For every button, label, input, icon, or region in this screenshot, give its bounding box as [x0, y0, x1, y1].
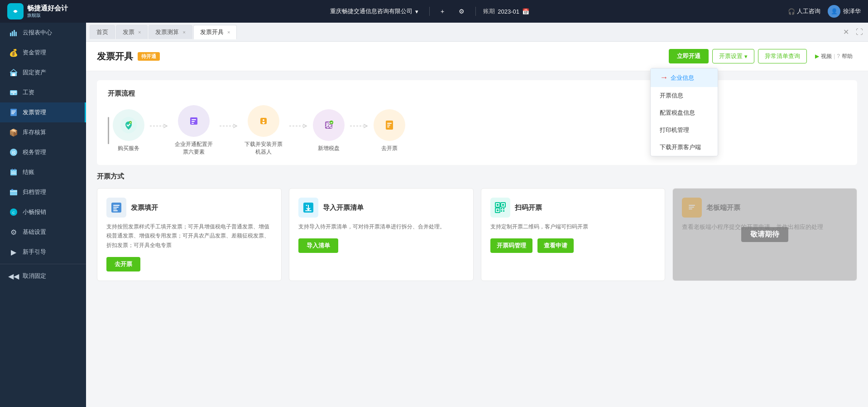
- svg-rect-4: [14, 30, 15, 36]
- sidebar-item-gongzi[interactable]: 工资: [0, 82, 86, 102]
- sidebar-label-xiaochang: 小畅报销: [23, 208, 46, 216]
- sidebar-label-quxiao: 取消固定: [23, 272, 46, 280]
- methods-section-title: 开票方式: [97, 172, 857, 181]
- logo-text: 畅捷通好会计: [27, 4, 68, 12]
- support-button[interactable]: 🎧 人工咨询: [788, 7, 820, 15]
- dropdown-label-printer: 打印机管理: [660, 126, 689, 133]
- sidebar-item-fapiao[interactable]: 发票管理: [0, 102, 86, 122]
- xinshou-icon: ▶: [9, 247, 18, 257]
- disabled-badge: 敬请期待: [741, 227, 788, 242]
- svg-rect-20: [11, 172, 16, 172]
- dropdown-item-company[interactable]: → 企业信息: [651, 68, 718, 87]
- sidebar-item-guidang[interactable]: 归档管理: [0, 182, 86, 202]
- app-container: 畅捷通好会计 旗舰版 重庆畅捷交通信息咨询有限公司 ▾ + ⚙ 账期 2023-…: [0, 0, 868, 407]
- tab-invoice-calc-label: 发票测算: [155, 28, 179, 36]
- svg-rect-59: [497, 209, 499, 211]
- tab-invoice-calc-close[interactable]: ×: [182, 29, 185, 35]
- view-apply-button[interactable]: 查看申请: [537, 238, 574, 253]
- divider-v1: [429, 7, 430, 16]
- abnormal-button[interactable]: 异常清单查询: [758, 49, 807, 63]
- fapiao-icon: [9, 108, 18, 117]
- fill-invoice-button[interactable]: 去开票: [106, 257, 140, 271]
- scan-code-manage-button[interactable]: 开票码管理: [490, 238, 532, 253]
- sidebar-item-xinshou[interactable]: ▶ 新手引导: [0, 242, 86, 262]
- sidebar-item-xiaochang[interactable]: C 小畅报销: [0, 202, 86, 222]
- svg-rect-14: [11, 113, 14, 114]
- dropdown-label-invoice-info: 开票信息: [660, 92, 683, 99]
- methods-section: 发票填开 支持按照发票样式手工填开发票；可开具增值税电子普通发票、增值税普通发票…: [97, 188, 857, 281]
- close-button[interactable]: ✕: [841, 27, 851, 37]
- dropdown-label-tax-config: 配置税盘信息: [660, 109, 695, 116]
- gongzi-icon: [9, 88, 18, 97]
- guidang-icon: [9, 188, 18, 197]
- flow-step-3: 下载并安装开票机器人: [243, 105, 284, 156]
- user-area[interactable]: 👤 徐泽华: [828, 5, 861, 18]
- svg-point-1: [14, 10, 17, 13]
- headset-icon: 🎧: [788, 8, 795, 15]
- scan-buttons: 开票码管理 查看申请: [490, 238, 656, 253]
- shuiwu-icon: 税: [9, 148, 18, 157]
- svg-rect-30: [192, 119, 196, 120]
- svg-point-35: [263, 119, 264, 121]
- sidebar-item-jichu[interactable]: ⚙ 基础设置: [0, 222, 86, 242]
- sidebar-item-yunbao[interactable]: 云报表中心: [0, 23, 86, 43]
- dropdown-item-printer[interactable]: 打印机管理: [651, 121, 718, 139]
- sidebar-item-kucun[interactable]: 📦 库存核算: [0, 122, 86, 142]
- method-icon-import: [298, 198, 318, 218]
- maximize-button[interactable]: ⛶: [854, 27, 864, 37]
- svg-rect-23: [11, 189, 13, 190]
- guding-icon: [9, 68, 18, 77]
- avatar-icon: 👤: [831, 8, 838, 15]
- quxiao-icon: ◀◀: [9, 271, 18, 281]
- svg-rect-49: [113, 207, 119, 208]
- period-area: 账期 2023-01 📅: [483, 7, 529, 15]
- content-area: 首页 发票 × 发票测算 × 发票开具 × ✕ ⛶: [86, 23, 868, 407]
- svg-point-10: [13, 93, 14, 95]
- tab-invoice-close[interactable]: ×: [138, 29, 141, 35]
- logo-text-area: 畅捷通好会计 旗舰版: [27, 4, 68, 19]
- calendar-icon[interactable]: 📅: [522, 8, 529, 15]
- import-list-button[interactable]: 导入清单: [298, 238, 338, 253]
- tab-invoice-issue-close[interactable]: ×: [227, 29, 230, 35]
- tab-invoice[interactable]: 发票 ×: [116, 25, 148, 39]
- flow-step-label-4: 新增税盘: [318, 145, 340, 152]
- top-bar: 畅捷通好会计 旗舰版 重庆畅捷交通信息咨询有限公司 ▾ + ⚙ 账期 2023-…: [0, 0, 868, 23]
- svg-rect-19: [14, 169, 15, 170]
- logo-icon: [7, 3, 24, 19]
- disabled-overlay: 敬请期待: [673, 189, 857, 281]
- yunbao-icon: [9, 28, 18, 37]
- sidebar-item-guding[interactable]: 固定资产: [0, 63, 86, 82]
- sidebar-divider: [0, 264, 86, 264]
- add-icon: +: [441, 8, 444, 15]
- sidebar-item-shuiwu[interactable]: 税 税务管理: [0, 142, 86, 162]
- method-desc-scan: 支持定制开票二维码，客户端可扫码开票: [490, 222, 656, 231]
- jiezhang-icon: [9, 168, 18, 177]
- sidebar-item-jiezhang[interactable]: 结账: [0, 162, 86, 182]
- tab-invoice-calc[interactable]: 发票测算 ×: [149, 25, 192, 39]
- tab-home[interactable]: 首页: [90, 25, 115, 39]
- company-selector[interactable]: 重庆畅捷交通信息咨询有限公司 ▾: [326, 5, 422, 17]
- sidebar-item-quxiao[interactable]: ◀◀ 取消固定: [0, 266, 86, 286]
- dropdown-item-invoice-info[interactable]: 开票信息: [651, 87, 718, 104]
- tab-invoice-issue[interactable]: 发票开具 ×: [193, 25, 237, 39]
- sidebar-item-zijin[interactable]: 💰 资金管理: [0, 43, 86, 63]
- dropdown-item-download-client[interactable]: 下载开票客户端: [651, 139, 718, 156]
- settings-top-button[interactable]: ⚙: [455, 6, 468, 17]
- flow-icon-2: [178, 105, 210, 137]
- flow-section-title: 开票流程: [108, 89, 846, 98]
- svg-rect-36: [262, 122, 265, 123]
- activate-button[interactable]: 立即开通: [669, 49, 709, 63]
- play-icon: ▶: [815, 53, 819, 59]
- sidebar-label-fapiao: 发票管理: [23, 108, 46, 116]
- method-desc-fill: 支持按照发票样式手工填开发票；可开具增值税电子普通发票、增值税普通发票、增值税专…: [106, 222, 272, 250]
- svg-rect-60: [501, 208, 502, 209]
- svg-rect-44: [387, 123, 392, 124]
- settings-button[interactable]: 开票设置 ▾: [712, 49, 754, 63]
- logo-sub: 旗舰版: [27, 12, 68, 19]
- svg-text:税: 税: [12, 150, 16, 155]
- dropdown-item-tax-config[interactable]: 配置税盘信息: [651, 104, 718, 121]
- settings-top-icon: ⚙: [459, 8, 465, 15]
- dropdown-menu: → 企业信息 开票信息 配置税盘信息 打印机管理: [650, 68, 718, 156]
- add-button[interactable]: +: [437, 6, 448, 17]
- sidebar-label-gongzi: 工资: [23, 88, 34, 97]
